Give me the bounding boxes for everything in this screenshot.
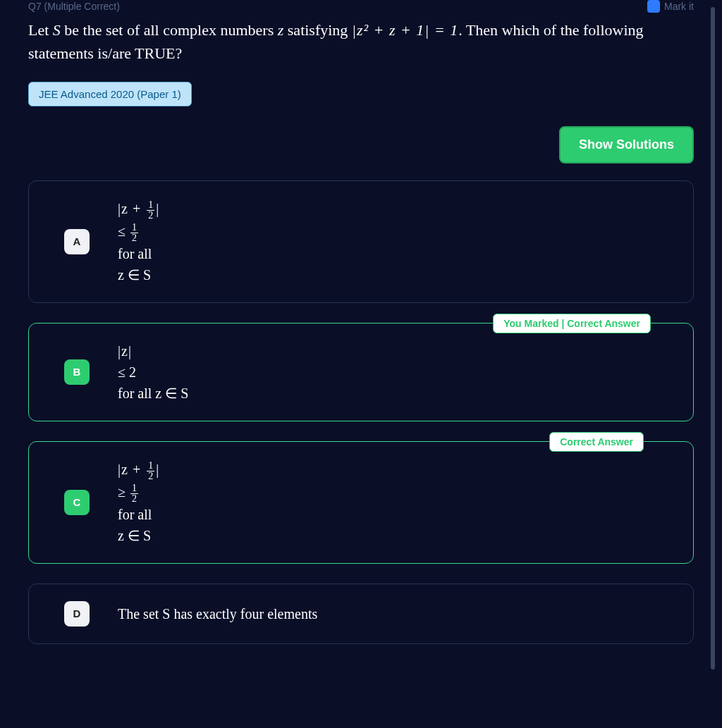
option-body-D: The set S has exactly four elements	[118, 603, 317, 624]
badge-correct: Correct Answer	[549, 432, 644, 452]
frac-den: 2	[147, 471, 154, 481]
option-D[interactable]: D The set S has exactly four elements	[28, 584, 694, 644]
frac-den: 2	[130, 233, 138, 243]
option-body-B: |z| ≤ 2 for all z ∈ S	[118, 340, 188, 404]
frac-den: 2	[147, 211, 154, 221]
frac-num: 1	[130, 223, 138, 233]
opt-text: for all	[118, 243, 159, 264]
opt-text: z ∈ S	[118, 264, 159, 285]
option-letter-C: C	[64, 490, 90, 515]
opt-text: |	[156, 462, 159, 477]
opt-text: |	[156, 201, 159, 216]
frac-num: 1	[147, 461, 154, 471]
badge-you-marked-correct: You Marked | Correct Answer	[493, 314, 651, 333]
scrollbar-thumb[interactable]	[711, 7, 715, 670]
q-text-part: be the set of all complex numbers	[61, 21, 278, 39]
opt-var: S	[162, 606, 170, 622]
frac-num: 1	[147, 200, 154, 211]
option-letter-B: B	[64, 359, 90, 385]
opt-text: for all	[118, 504, 159, 525]
show-solutions-button[interactable]: Show Solutions	[559, 126, 694, 164]
option-letter-D: D	[64, 601, 90, 627]
option-B[interactable]: You Marked | Correct Answer B |z| ≤ 2 fo…	[28, 323, 694, 421]
exam-tag[interactable]: JEE Advanced 2020 (Paper 1)	[28, 82, 192, 106]
question-text: Let S be the set of all complex numbers …	[28, 18, 694, 65]
frac-num: 1	[130, 483, 138, 494]
opt-text: |z +	[118, 462, 145, 477]
option-body-A: |z + 12| ≤ 12 for all z ∈ S	[118, 198, 159, 285]
opt-text: ≥	[118, 484, 129, 500]
option-A[interactable]: A |z + 12| ≤ 12 for all z ∈ S	[28, 180, 694, 303]
opt-text: has exactly four elements	[170, 606, 317, 622]
frac-den: 2	[130, 494, 138, 504]
bookmark-icon	[647, 0, 660, 13]
option-letter-A: A	[64, 229, 90, 254]
option-C[interactable]: Correct Answer C |z + 12| ≥ 12 for all z…	[28, 441, 694, 564]
opt-text: for all z ∈ S	[118, 383, 188, 404]
question-header: Q7 (Multiple Correct) Mark it	[28, 0, 694, 13]
solutions-row: Show Solutions	[28, 126, 694, 164]
question-number-label: Q7 (Multiple Correct)	[28, 1, 120, 12]
q-text-part: satisfying	[283, 21, 352, 39]
question-container: Q7 (Multiple Correct) Mark it Let S be t…	[0, 0, 722, 728]
q-var-S: S	[53, 21, 61, 39]
opt-text: The set	[118, 606, 162, 622]
mark-it-control[interactable]: Mark it	[647, 0, 694, 13]
scrollbar[interactable]	[711, 7, 715, 684]
q-text-part: Let	[28, 21, 53, 39]
mark-it-label: Mark it	[664, 1, 694, 12]
opt-text: |z|	[118, 340, 188, 362]
opt-text: z ∈ S	[118, 525, 159, 546]
opt-text: ≤ 2	[118, 362, 188, 383]
option-body-C: |z + 12| ≥ 12 for all z ∈ S	[118, 459, 159, 546]
q-modulus: |z² + z + 1| = 1	[352, 21, 458, 39]
opt-text: |z +	[118, 201, 145, 216]
opt-text: ≤	[118, 223, 129, 239]
